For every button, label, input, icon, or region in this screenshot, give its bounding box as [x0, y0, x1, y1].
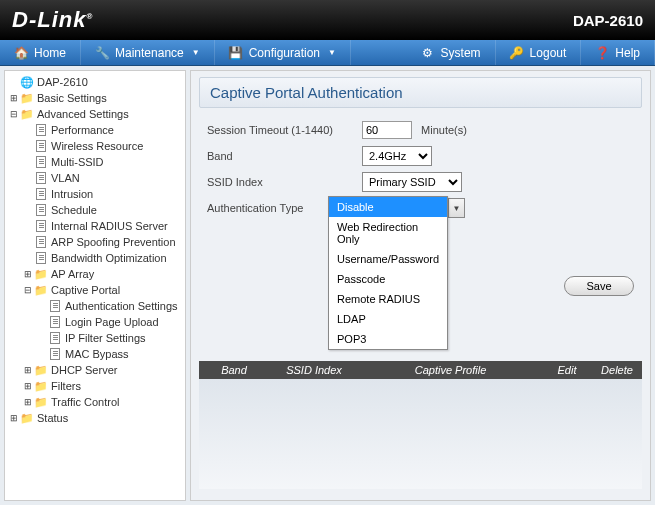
menu-label: Maintenance — [115, 46, 184, 60]
tree-node-arp-spoofing-prevention[interactable]: ARP Spoofing Prevention — [8, 234, 182, 250]
menu-label: Logout — [530, 46, 567, 60]
expand-icon[interactable]: ⊞ — [8, 92, 20, 104]
tree-label: Schedule — [51, 204, 97, 216]
tree-label: Intrusion — [51, 188, 93, 200]
tree-node-wireless-resource[interactable]: Wireless Resource — [8, 138, 182, 154]
page-icon — [34, 187, 48, 201]
collapse-icon[interactable]: ⊟ — [22, 284, 34, 296]
expand-icon[interactable]: ⊞ — [22, 364, 34, 376]
tree-node-traffic-control[interactable]: ⊞📁Traffic Control — [8, 394, 182, 410]
auth-option-username-password[interactable]: Username/Password — [329, 249, 447, 269]
disk-icon: 💾 — [229, 46, 243, 60]
tree-spacer — [22, 140, 34, 152]
tree-node-filters[interactable]: ⊞📁Filters — [8, 378, 182, 394]
tree-label: Bandwidth Optimization — [51, 252, 167, 264]
tree-node-basic-settings[interactable]: ⊞📁Basic Settings — [8, 90, 182, 106]
tree-node-intrusion[interactable]: Intrusion — [8, 186, 182, 202]
th-edit: Edit — [542, 364, 592, 376]
auth-option-ldap[interactable]: LDAP — [329, 309, 447, 329]
folder-icon: 📁 — [34, 395, 48, 409]
auth-option-remote-radius[interactable]: Remote RADIUS — [329, 289, 447, 309]
tree-node-internal-radius-server[interactable]: Internal RADIUS Server — [8, 218, 182, 234]
globe-icon: 🌐 — [20, 75, 34, 89]
page-icon — [34, 203, 48, 217]
tree-node-dap-2610[interactable]: 🌐DAP-2610 — [8, 74, 182, 90]
chevron-down-icon: ▼ — [328, 48, 336, 57]
menu-configuration[interactable]: 💾Configuration▼ — [215, 40, 351, 65]
session-unit-label: Minute(s) — [421, 124, 467, 136]
tree-node-mac-bypass[interactable]: MAC Bypass — [8, 346, 182, 362]
page-icon — [34, 155, 48, 169]
tree-node-status[interactable]: ⊞📁Status — [8, 410, 182, 426]
expand-icon[interactable]: ⊞ — [22, 380, 34, 392]
tree-node-bandwidth-optimization[interactable]: Bandwidth Optimization — [8, 250, 182, 266]
tree-node-ip-filter-settings[interactable]: IP Filter Settings — [8, 330, 182, 346]
page-title: Captive Portal Authentication — [199, 77, 642, 108]
auth-option-disable[interactable]: Disable — [329, 197, 447, 217]
navigation-tree: 🌐DAP-2610⊞📁Basic Settings⊟📁Advanced Sett… — [4, 70, 186, 501]
expand-icon[interactable]: ⊞ — [22, 268, 34, 280]
tree-spacer — [22, 236, 34, 248]
tree-spacer — [8, 76, 20, 88]
page-icon — [48, 299, 62, 313]
th-ssid-index: SSID Index — [269, 364, 359, 376]
expand-icon[interactable]: ⊞ — [8, 412, 20, 424]
menu-label: System — [441, 46, 481, 60]
save-button[interactable]: Save — [564, 276, 634, 296]
tree-label: Advanced Settings — [37, 108, 129, 120]
tree-label: Traffic Control — [51, 396, 119, 408]
tree-label: Performance — [51, 124, 114, 136]
tree-node-captive-portal[interactable]: ⊟📁Captive Portal — [8, 282, 182, 298]
menu-maintenance[interactable]: 🔧Maintenance▼ — [81, 40, 215, 65]
page-icon — [48, 331, 62, 345]
expand-icon[interactable]: ⊞ — [22, 396, 34, 408]
tree-label: DAP-2610 — [37, 76, 88, 88]
page-icon — [34, 235, 48, 249]
main-menubar: 🏠Home 🔧Maintenance▼ 💾Configuration▼ ⚙Sys… — [0, 40, 655, 66]
folder-icon: 📁 — [20, 91, 34, 105]
page-icon — [48, 315, 62, 329]
tree-label: AP Array — [51, 268, 94, 280]
auth-option-passcode[interactable]: Passcode — [329, 269, 447, 289]
folder-icon: 📁 — [34, 363, 48, 377]
menu-help[interactable]: ❓Help — [581, 40, 655, 65]
tree-node-login-page-upload[interactable]: Login Page Upload — [8, 314, 182, 330]
tree-node-advanced-settings[interactable]: ⊟📁Advanced Settings — [8, 106, 182, 122]
auth-option-pop3[interactable]: POP3 — [329, 329, 447, 349]
row-session-timeout: Session Timeout (1-1440) Minute(s) — [207, 118, 634, 142]
model-label: DAP-2610 — [573, 12, 643, 29]
tree-node-dhcp-server[interactable]: ⊞📁DHCP Server — [8, 362, 182, 378]
tree-spacer — [36, 332, 48, 344]
band-label: Band — [207, 150, 362, 162]
key-icon: 🔑 — [510, 46, 524, 60]
menu-logout[interactable]: 🔑Logout — [496, 40, 582, 65]
menu-label: Help — [615, 46, 640, 60]
help-icon: ❓ — [595, 46, 609, 60]
tree-spacer — [36, 316, 48, 328]
chevron-down-icon: ▼ — [192, 48, 200, 57]
tree-node-multi-ssid[interactable]: Multi-SSID — [8, 154, 182, 170]
menu-system[interactable]: ⚙System — [407, 40, 496, 65]
tree-label: MAC Bypass — [65, 348, 129, 360]
tree-label: Status — [37, 412, 68, 424]
tree-spacer — [22, 204, 34, 216]
folder-icon: 📁 — [34, 379, 48, 393]
ssid-index-select[interactable]: Primary SSID — [362, 172, 462, 192]
tree-node-ap-array[interactable]: ⊞📁AP Array — [8, 266, 182, 282]
band-select[interactable]: 2.4GHz — [362, 146, 432, 166]
collapse-icon[interactable]: ⊟ — [8, 108, 20, 120]
menu-home[interactable]: 🏠Home — [0, 40, 81, 65]
session-timeout-input[interactable] — [362, 121, 412, 139]
menu-label: Configuration — [249, 46, 320, 60]
auth-type-dropdown[interactable]: DisableWeb Redirection OnlyUsername/Pass… — [328, 196, 448, 350]
tree-node-schedule[interactable]: Schedule — [8, 202, 182, 218]
tree-node-performance[interactable]: Performance — [8, 122, 182, 138]
folder-icon: 📁 — [20, 411, 34, 425]
dropdown-arrow-icon: ▼ — [448, 199, 464, 217]
folder-icon: 📁 — [20, 107, 34, 121]
tree-node-authentication-settings[interactable]: Authentication Settings — [8, 298, 182, 314]
folder-icon: 📁 — [34, 267, 48, 281]
folder-icon: 📁 — [34, 283, 48, 297]
tree-node-vlan[interactable]: VLAN — [8, 170, 182, 186]
auth-option-web-redirection-only[interactable]: Web Redirection Only — [329, 217, 447, 249]
